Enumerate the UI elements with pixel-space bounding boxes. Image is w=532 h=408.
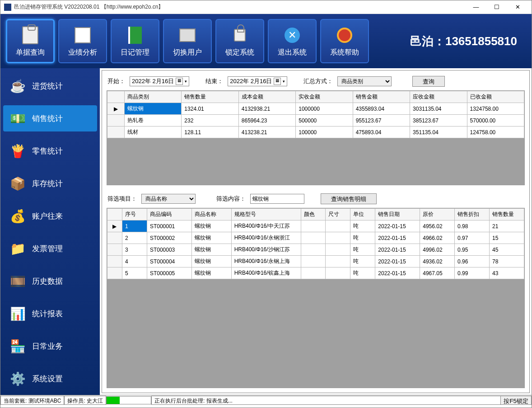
column-header[interactable]: 应收金额 (410, 91, 467, 103)
cell[interactable]: 15 (490, 232, 524, 244)
cell[interactable]: HRB400/Φ16/永钢浙江 (231, 232, 301, 244)
cell[interactable]: 0.98 (455, 220, 490, 232)
cell[interactable]: 吨 (350, 267, 375, 279)
cell[interactable]: 1 (122, 220, 147, 232)
column-header[interactable]: 序号 (122, 209, 147, 220)
toolbar-help-button[interactable]: 系统帮助 (320, 19, 369, 63)
cell[interactable]: ST000001 (147, 220, 191, 232)
cell[interactable]: 1000000 (296, 103, 353, 115)
lock-shortcut-button[interactable]: 按F5锁定 (500, 396, 532, 405)
cell[interactable]: 吨 (350, 244, 375, 256)
cell[interactable] (326, 244, 350, 256)
cell[interactable] (326, 220, 350, 232)
sidebar-item-5[interactable]: 📁发票管理 (3, 235, 97, 262)
cell[interactable]: 4 (122, 256, 147, 267)
cell[interactable]: 21 (490, 220, 524, 232)
cell[interactable] (301, 244, 326, 256)
cell[interactable]: 4355893.04 (353, 103, 410, 115)
toolbar-query-button[interactable]: 单据查询 (6, 19, 55, 63)
column-header[interactable]: 实收金额 (296, 91, 353, 103)
column-header[interactable]: 销售金额 (353, 91, 410, 103)
toolbar-switch-user-button[interactable]: 切换用户 (163, 19, 212, 63)
cell[interactable]: 0.95 (455, 244, 490, 256)
filter-field-select[interactable]: 商品名称 (141, 194, 196, 204)
cell[interactable]: 4966.02 (420, 232, 455, 244)
cell[interactable]: 螺纹钢 (191, 232, 231, 244)
end-date-picker[interactable]: 2022年 2月16日 ▦▾ (228, 76, 287, 86)
column-header[interactable]: 成本金额 (238, 91, 295, 103)
column-header[interactable]: 销售数量 (182, 91, 238, 103)
column-header[interactable]: 颜色 (301, 209, 326, 220)
filter-content-input[interactable] (250, 194, 304, 204)
column-header[interactable]: 销售数量 (490, 209, 524, 220)
cell[interactable]: 螺纹钢 (191, 256, 231, 267)
cell[interactable]: 2022-01-15 (375, 267, 420, 279)
start-date-picker[interactable]: 2022年 2月16日 ▦▾ (130, 76, 189, 86)
toolbar-lock-button[interactable]: 锁定系统 (215, 19, 264, 63)
cell[interactable]: 吨 (350, 220, 375, 232)
cell[interactable]: HRB400/Φ16/永钢上海 (231, 256, 301, 267)
cell[interactable]: 4956.02 (420, 220, 455, 232)
close-button[interactable]: ✕ (507, 1, 528, 14)
table-row[interactable]: ▶螺纹钢1324.014132938.2110000004355893.0430… (107, 103, 524, 115)
cell[interactable]: 吨 (350, 256, 375, 267)
toolbar-performance-button[interactable]: 业绩分析 (58, 19, 107, 63)
cell[interactable]: 100000 (296, 127, 353, 138)
cell[interactable]: 351135.04 (410, 127, 467, 138)
cell[interactable]: 2022-01-15 (375, 244, 420, 256)
cell[interactable]: 232 (182, 115, 238, 127)
cell[interactable]: 4967.05 (420, 267, 455, 279)
cell[interactable]: ST000005 (147, 267, 191, 279)
cell[interactable]: 128.11 (182, 127, 238, 138)
cell[interactable]: HRB400/Φ16/中天江苏 (231, 220, 301, 232)
cell[interactable]: 570000.00 (467, 115, 524, 127)
cell[interactable]: 385123.67 (410, 115, 467, 127)
minimize-button[interactable]: — (466, 1, 486, 14)
table-row[interactable]: 5ST000005螺纹钢HRB400/Φ16/镔鑫上海吨2022-01-1549… (107, 267, 524, 279)
cell[interactable]: 5 (122, 267, 147, 279)
column-header[interactable]: 销售折扣 (455, 209, 490, 220)
cell[interactable]: 475893.04 (353, 127, 410, 138)
cell[interactable]: 413238.21 (238, 127, 295, 138)
table-row[interactable]: ▶1ST000001螺纹钢HRB400/Φ16/中天江苏吨2022-01-154… (107, 220, 524, 232)
cell[interactable]: 4996.02 (420, 244, 455, 256)
cell[interactable]: 2022-01-15 (375, 256, 420, 267)
column-header[interactable] (107, 91, 125, 103)
cell[interactable]: 45 (490, 244, 524, 256)
cell[interactable] (301, 256, 326, 267)
table-row[interactable]: 3ST000003螺纹钢HRB400/Φ16/沙钢江苏吨2022-01-1549… (107, 244, 524, 256)
maximize-button[interactable]: ☐ (486, 1, 507, 14)
cell[interactable]: 2022-01-15 (375, 232, 420, 244)
table-row[interactable]: 热轧卷232865964.23500000955123.67385123.675… (107, 115, 524, 127)
cell[interactable]: 865964.23 (238, 115, 295, 127)
column-header[interactable]: 已收金额 (467, 91, 524, 103)
toolbar-exit-button[interactable]: ✕ 退出系统 (268, 19, 317, 63)
cell[interactable]: 124758.00 (467, 127, 524, 138)
cell[interactable] (301, 220, 326, 232)
cell[interactable]: 螺纹钢 (191, 244, 231, 256)
cell[interactable]: 43 (490, 267, 524, 279)
cell[interactable]: HRB400/Φ16/沙钢江苏 (231, 244, 301, 256)
cell[interactable]: 热轧卷 (124, 115, 181, 127)
cell[interactable]: 3031135.04 (410, 103, 467, 115)
query-button[interactable]: 查询 (412, 76, 445, 87)
cell[interactable] (326, 232, 350, 244)
cell[interactable]: 3 (122, 244, 147, 256)
cell[interactable]: 0.96 (455, 256, 490, 267)
cell[interactable] (301, 267, 326, 279)
column-header[interactable]: 商品编码 (147, 209, 191, 220)
cell[interactable] (301, 232, 326, 244)
column-header[interactable]: 商品名称 (191, 209, 231, 220)
table-row[interactable]: 4ST000004螺纹钢HRB400/Φ16/永钢上海吨2022-01-1549… (107, 256, 524, 267)
sidebar-item-6[interactable]: 🎞️历史数据 (3, 268, 97, 294)
column-header[interactable]: 原价 (420, 209, 455, 220)
cell[interactable]: 955123.67 (353, 115, 410, 127)
cell[interactable]: 线材 (124, 127, 181, 138)
cell[interactable]: 螺纹钢 (191, 220, 231, 232)
cell[interactable]: 4936.02 (420, 256, 455, 267)
column-header[interactable] (107, 209, 122, 220)
column-header[interactable]: 规格型号 (231, 209, 301, 220)
sidebar-item-1[interactable]: 💵销售统计 (3, 105, 97, 131)
detail-query-button[interactable]: 查询销售明细 (321, 193, 377, 204)
table-row[interactable]: 2ST000002螺纹钢HRB400/Φ16/永钢浙江吨2022-01-1549… (107, 232, 524, 244)
